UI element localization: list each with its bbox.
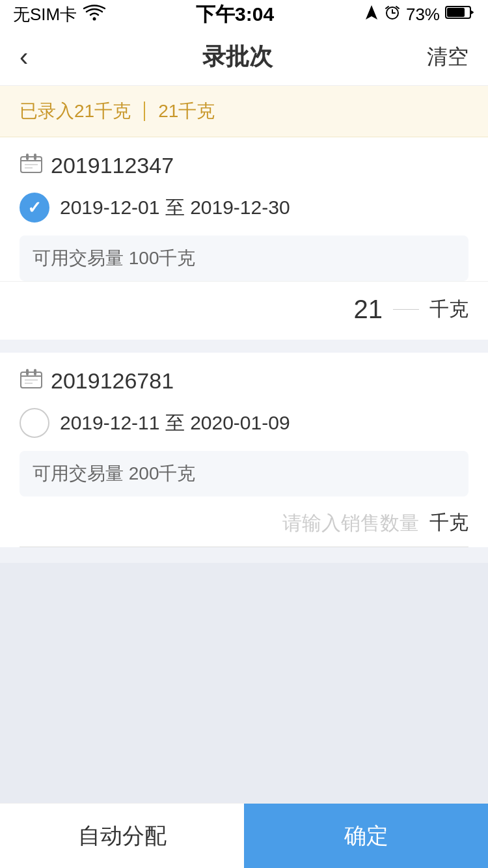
status-right: 73% (364, 4, 475, 25)
status-left: 无SIM卡 (13, 3, 105, 26)
avail-box-1: 可用交易量 100千克 (20, 236, 468, 281)
battery-text: 73% (406, 5, 440, 25)
footer: 自动分配 确定 (0, 803, 488, 868)
recorded-label: 已录入21千克 (20, 99, 131, 124)
qty-input-2[interactable] (20, 512, 419, 534)
clear-button[interactable]: 清空 (416, 43, 468, 72)
batch-radio-1[interactable] (20, 193, 49, 223)
qty-divider-1 (393, 309, 419, 310)
info-divider (144, 102, 145, 121)
location-icon (364, 4, 379, 25)
alarm-icon (384, 4, 401, 25)
info-value: 21千克 (158, 99, 215, 124)
battery-icon (445, 5, 475, 25)
quantity-input-row-2[interactable]: 千克 (0, 496, 488, 547)
sim-text: 无SIM卡 (13, 3, 77, 26)
batch-item-1: 2019112347 2019-12-01 至 2019-12-30 可用交易量… (0, 137, 488, 340)
avail-qty-1: 100千克 (129, 248, 196, 268)
wifi-icon (83, 4, 105, 25)
info-banner: 已录入21千克 21千克 (0, 86, 488, 137)
avail-box-2: 可用交易量 200千克 (20, 451, 468, 496)
batch-icon-2 (20, 368, 43, 394)
confirm-button[interactable]: 确定 (244, 804, 488, 868)
svg-rect-8 (26, 369, 29, 375)
batch-item-2: 2019126781 2019-12-11 至 2020-01-09 可用交易量… (0, 353, 488, 547)
batch-id-1: 2019112347 (51, 153, 174, 178)
svg-rect-6 (34, 154, 36, 160)
batch-id-2: 2019126781 (51, 368, 174, 394)
status-time: 下午3:04 (196, 1, 274, 28)
batch-date-1: 2019-12-01 至 2019-12-30 (60, 195, 290, 221)
qty-value-1[interactable]: 21 (354, 295, 383, 324)
batch-date-2: 2019-12-11 至 2020-01-09 (60, 410, 290, 437)
qty-underline-2 (20, 547, 468, 547)
page-title: 录批次 (59, 41, 416, 73)
status-bar: 无SIM卡 下午3:04 73% (0, 0, 488, 29)
svg-rect-5 (26, 154, 29, 160)
qty-unit-1: 千克 (429, 296, 468, 323)
avail-label-2: 可用交易量 (33, 463, 124, 483)
svg-rect-9 (34, 369, 36, 375)
back-button[interactable]: ‹ (20, 42, 59, 72)
avail-label-1: 可用交易量 (33, 248, 124, 268)
svg-point-0 (93, 17, 96, 20)
batch-icon-1 (20, 153, 43, 178)
section-separator (0, 340, 488, 353)
quantity-row-1: 21 千克 (0, 281, 488, 340)
batch-radio-2[interactable] (20, 408, 49, 438)
auto-distribute-button[interactable]: 自动分配 (0, 804, 244, 868)
avail-qty-2: 200千克 (129, 463, 196, 483)
nav-bar: ‹ 录批次 清空 (0, 29, 488, 86)
qty-unit-2: 千克 (429, 509, 468, 536)
svg-rect-3 (447, 8, 465, 17)
